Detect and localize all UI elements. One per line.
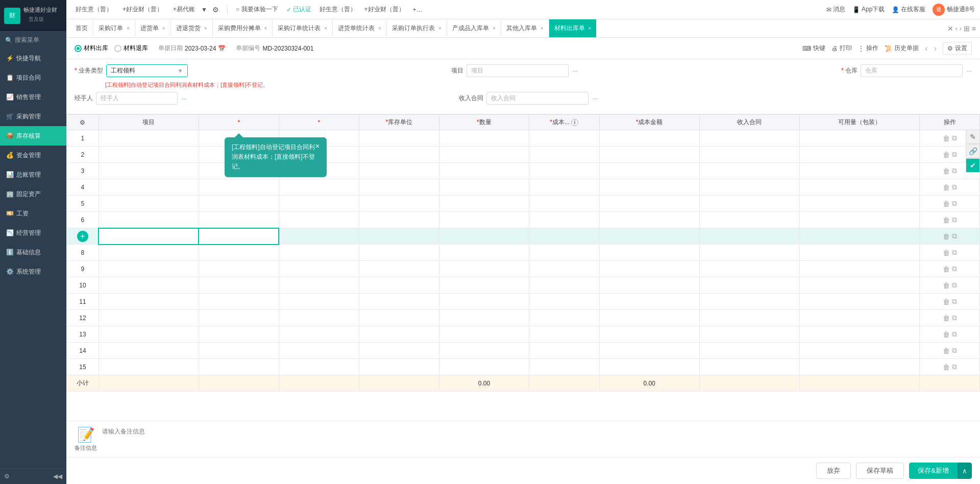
row-qty[interactable]	[439, 130, 529, 147]
copy-icon[interactable]: ⧉	[952, 297, 957, 306]
tab-purchase-expense[interactable]: 采购费用分摊单 ×	[213, 19, 273, 38]
income-contract-input[interactable]: 收入合同	[486, 92, 589, 105]
add-row-cell[interactable]: +	[67, 228, 99, 245]
copy-icon[interactable]: ⧉	[952, 199, 957, 208]
sidebar-item-operations[interactable]: 📉 经营管理	[0, 223, 66, 243]
sidebar-item-fixed-assets[interactable]: 🏢 固定资产	[0, 184, 66, 204]
delete-icon[interactable]: 🗑	[943, 363, 950, 371]
delete-icon[interactable]: 🗑	[943, 216, 950, 224]
topbar-online-service[interactable]: 👤 在线客服	[892, 5, 925, 14]
topbar-more[interactable]: +…	[410, 6, 426, 13]
tab-close-icon[interactable]: ×	[541, 26, 544, 31]
calendar-icon[interactable]: 📅	[218, 45, 226, 52]
tab-other-inbound[interactable]: 其他入库单 ×	[501, 19, 549, 38]
delete-icon[interactable]: 🗑	[943, 200, 950, 208]
print-btn[interactable]: 🖨 打印	[831, 44, 852, 53]
sidebar-item-payroll[interactable]: 💴 工资	[0, 204, 66, 223]
topbar-good-finance2[interactable]: +好业财（普）	[361, 5, 408, 14]
topbar-settings-icon[interactable]: ⚙	[209, 6, 222, 14]
delete-icon[interactable]: 🗑	[943, 298, 950, 306]
sidebar-item-system[interactable]: ⚙️ 系统管理	[0, 262, 66, 281]
tooltip-close-btn[interactable]: ×	[315, 142, 320, 150]
radio-material-return[interactable]: 材料退库	[114, 44, 148, 53]
topbar-app-download[interactable]: 📱 App下载	[852, 5, 885, 14]
delete-icon[interactable]: 🗑	[943, 330, 950, 338]
quick-key-btn[interactable]: ⌨ 快键	[802, 44, 825, 53]
copy-icon[interactable]: ⧉	[952, 264, 957, 273]
copy-icon[interactable]: ⧉	[952, 281, 957, 289]
copy-icon[interactable]: ⧉	[952, 248, 957, 257]
right-panel-link-icon[interactable]: 🔗	[966, 144, 980, 158]
copy-icon[interactable]: ⧉	[952, 346, 957, 355]
copy-icon[interactable]: ⧉	[952, 362, 957, 371]
col-header-settings[interactable]: ⚙	[67, 115, 99, 130]
row-cost[interactable]	[529, 130, 599, 147]
right-panel-check-icon[interactable]: ✔	[966, 158, 980, 173]
tab-incoming[interactable]: 进货单 ×	[135, 19, 171, 38]
save-new-button[interactable]: 保存&新增	[909, 463, 958, 479]
active-row-col2[interactable]	[199, 228, 279, 245]
sidebar-item-basic-info[interactable]: ℹ️ 基础信息	[0, 243, 66, 262]
handler-ellipsis[interactable]: ···	[182, 95, 187, 102]
right-panel-edit-icon[interactable]: ✎	[966, 130, 980, 144]
delete-icon[interactable]: 🗑	[943, 183, 950, 191]
tab-purchase-order[interactable]: 采购订单 ×	[93, 19, 135, 38]
delete-icon[interactable]: 🗑	[943, 249, 950, 257]
row-project[interactable]	[99, 130, 199, 147]
copy-icon[interactable]: ⧉	[952, 232, 957, 240]
close-all-icon[interactable]: ✕	[947, 25, 953, 33]
tab-incoming-stats[interactable]: 进货单统计表 ×	[333, 19, 387, 38]
tab-finished-goods[interactable]: 产成品入库单 ×	[447, 19, 501, 38]
delete-icon[interactable]: 🗑	[943, 167, 950, 175]
warehouse-ellipsis[interactable]: ···	[967, 67, 972, 75]
sidebar-item-quick-nav[interactable]: ⚡ 快捷导航	[0, 49, 66, 68]
delete-icon[interactable]: 🗑	[943, 281, 950, 289]
tab-close-icon[interactable]: ×	[264, 26, 267, 31]
save-draft-button[interactable]: 保存草稿	[856, 463, 904, 479]
active-row-col1[interactable]	[99, 228, 199, 245]
income-contract-ellipsis[interactable]: ···	[593, 95, 598, 102]
tab-close-icon[interactable]: ×	[589, 26, 592, 31]
copy-icon[interactable]: ⧉	[952, 330, 957, 338]
remarks-input[interactable]	[102, 426, 972, 442]
sidebar-item-purchase[interactable]: 🛒 采购管理	[0, 107, 66, 126]
sidebar-collapse-icon[interactable]: ◀◀	[53, 473, 62, 480]
sidebar-item-ledger[interactable]: 📊 总账管理	[0, 165, 66, 184]
copy-icon[interactable]: ⧉	[952, 183, 957, 191]
row-cost-amount[interactable]	[599, 130, 699, 147]
topbar-item-accounting[interactable]: +易代账	[169, 5, 199, 14]
col-settings-icon[interactable]: ⚙	[80, 119, 85, 126]
topbar-dropdown-icon[interactable]: ▼	[201, 6, 207, 13]
delete-icon[interactable]: 🗑	[943, 347, 950, 355]
tab-close-icon[interactable]: ×	[324, 26, 327, 31]
tab-home[interactable]: 首页	[70, 19, 93, 38]
sidebar-settings-icon[interactable]: ⚙	[4, 473, 10, 480]
warehouse-input[interactable]: 仓库	[861, 64, 963, 77]
discard-button[interactable]: 放弃	[816, 463, 851, 479]
delete-icon[interactable]: 🗑	[943, 232, 950, 240]
handler-input[interactable]: 经手人	[96, 92, 178, 105]
sidebar-item-project-contract[interactable]: 📋 项目合同	[0, 68, 66, 87]
topbar-item-good-business[interactable]: 好生意（普）	[71, 5, 116, 14]
copy-icon[interactable]: ⧉	[952, 150, 957, 159]
copy-icon[interactable]: ⧉	[952, 313, 957, 322]
row-income-contract[interactable]	[699, 130, 799, 147]
tab-next-icon[interactable]: ›	[960, 25, 962, 32]
tab-close-icon[interactable]: ×	[438, 26, 442, 31]
tab-close-icon[interactable]: ×	[378, 26, 381, 31]
radio-material-out[interactable]: 材料出库	[75, 44, 108, 53]
project-input[interactable]: 项目	[467, 64, 569, 77]
nav-prev-btn[interactable]: ‹	[925, 44, 927, 53]
delete-icon[interactable]: 🗑	[943, 314, 950, 322]
nav-next-btn[interactable]: ›	[934, 44, 937, 53]
sidebar-item-finance[interactable]: 💰 资金管理	[0, 146, 66, 165]
tab-close-icon[interactable]: ×	[204, 26, 207, 31]
copy-icon[interactable]: ⧉	[952, 215, 957, 224]
biz-type-select[interactable]: 工程领料 ▼	[106, 64, 188, 77]
settings-btn[interactable]: ⚙ 设置	[943, 42, 972, 55]
grid-view-icon[interactable]: ⊞	[964, 25, 970, 33]
tab-purchase-exec[interactable]: 采购订单执行表 ×	[387, 19, 447, 38]
topbar-item-good-finance[interactable]: +好业财（普）	[118, 5, 167, 14]
tab-close-icon[interactable]: ×	[493, 26, 496, 31]
sidebar-search[interactable]: 🔍 搜索菜单	[0, 32, 66, 49]
